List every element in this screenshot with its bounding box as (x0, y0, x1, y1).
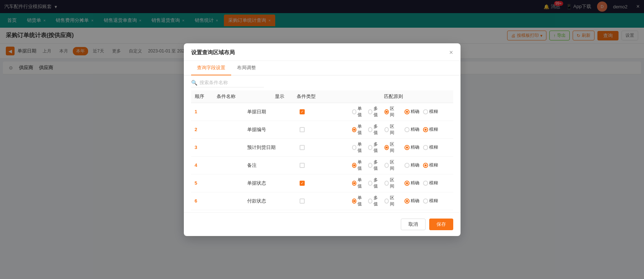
modal-tab-fields[interactable]: 查询字段设置 (191, 61, 231, 75)
modal-overlay: 设置查询区域布局 × 查询字段设置 布局调整 🔍 (0, 0, 644, 77)
modal-close-button[interactable]: × (449, 49, 453, 56)
modal-search: 🔍 (184, 75, 461, 78)
modal-header: 设置查询区域布局 × (184, 43, 461, 61)
modal-tab-layout[interactable]: 布局调整 (231, 61, 262, 75)
modal-title: 设置查询区域布局 (191, 49, 235, 56)
modal-tab-layout-label: 布局调整 (237, 65, 256, 70)
modal-tab-fields-label: 查询字段设置 (197, 65, 225, 70)
modal-tabs: 查询字段设置 布局调整 (184, 61, 461, 75)
modal-dialog: 设置查询区域布局 × 查询字段设置 布局调整 🔍 (184, 43, 461, 78)
